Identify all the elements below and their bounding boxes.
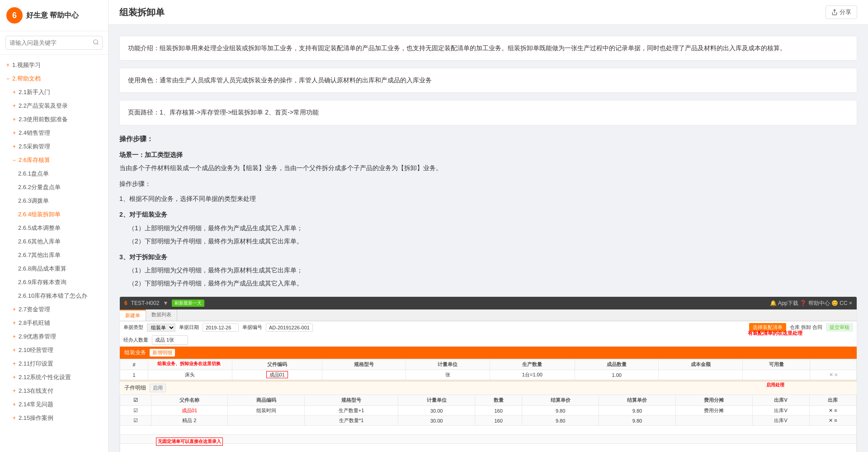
nav-item-label: 2.9优惠券管理 (19, 333, 56, 341)
th-l-parent: 父件名称 (151, 395, 228, 406)
sidebar-item-nav-2-7[interactable]: + 2.7资金管理 (0, 303, 108, 316)
scene1-title: 场景一：加工类型选择 (119, 149, 857, 161)
prefix-icon: + (13, 89, 16, 95)
sidebar-item-nav-2-6-6[interactable]: 2.6.6其他入库单 (0, 235, 108, 248)
sidebar-item-nav-2-4[interactable]: + 2.4销售管理 (0, 126, 108, 140)
sidebar-item-nav-2-6-1[interactable]: 2.6.1盘点单 (0, 167, 108, 181)
search-input[interactable] (6, 37, 89, 49)
sidebar-item-nav-2-6-4[interactable]: 2.6.4组装拆卸单 (0, 208, 108, 221)
sidebar-item-nav-2-6-5[interactable]: 2.6.5成本调整单 (0, 221, 108, 235)
sim-header-title: 组装业务 (124, 349, 146, 357)
th-l-op: 出库 (809, 395, 856, 406)
steps-label: 操作步骤： (119, 178, 857, 190)
share-button[interactable]: 分享 (826, 5, 857, 19)
svg-point-0 (94, 40, 98, 44)
logo-area: 6 好生意 帮助中心 (0, 0, 108, 31)
sim-lower-table: ☑ 父件名称 商品编码 规格型号 计量单位 数量 结算单价 结算单价 费用分摊 … (120, 395, 857, 452)
steps-section: 操作步骤： 场景一：加工类型选择 当由多个子件材料组装成一个成品的业务为【组装】… (119, 133, 857, 290)
td-name: 床头 (148, 370, 232, 380)
screenshot-container: 6 TEST-H002 ▼ 刷新最新一天 🔔 App下载 ❓ 帮助中心 😊 CC… (119, 296, 857, 452)
prefix-icon: + (13, 320, 16, 326)
sidebar-item-nav-2-5[interactable]: + 2.5采购管理 (0, 140, 108, 153)
sidebar-item-nav-2-1[interactable]: + 2.1新手入门 (0, 86, 108, 99)
sim-icons: 🔔 App下载 ❓ 帮助中心 😊 CC × (770, 300, 852, 307)
sidebar-item-nav-2-12[interactable]: + 2.12系统个性化设置 (0, 371, 108, 384)
td-l-c1-2: 9.80 (522, 416, 599, 426)
th-spec: 规格型号 (322, 359, 406, 370)
step2-sub2: （2）下部明细为子件明细，最终作为原材料生成其它出库单。 (119, 236, 857, 247)
th-l-code: 商品编码 (228, 395, 305, 406)
sim-form-row2: 经办人数量 成品 1张 (120, 333, 857, 347)
intro-box: 功能介绍：组装拆卸单用来处理企业组装或拆卸等加工业务，支持有固定装配清单的产品加… (119, 36, 857, 61)
sidebar-item-nav-2-2[interactable]: + 2.2产品安装及登录 (0, 99, 108, 113)
td-l-code1: 组装时间 (228, 406, 305, 416)
sidebar-item-nav-2-6-8[interactable]: 2.6.8商品成本重算 (0, 262, 108, 276)
sidebar-item-nav-2-15[interactable]: + 2.15操作案例 (0, 411, 108, 425)
prefix-icon: + (13, 374, 16, 381)
step1-text: 1、根据不同的业务，选择不同单据的类型来处理 (119, 193, 857, 205)
nav-item-label: 2.5采购管理 (19, 143, 50, 151)
sidebar-item-nav-2-6[interactable]: − 2.6库存核算 (0, 153, 108, 167)
step3-text: 3、对于拆卸业务 (119, 252, 857, 263)
search-box[interactable] (5, 36, 103, 50)
sidebar-item-nav-1[interactable]: + 1.视频学习 (0, 58, 108, 72)
sidebar-item-nav-2-6-2[interactable]: 2.6.2分量盘点单 (0, 181, 108, 194)
td-actions: ✕ ≡ (810, 370, 857, 380)
td-l-check: ☑ (120, 406, 151, 416)
logo-icon: 6 (6, 7, 23, 24)
td-avail-qty (742, 370, 810, 380)
scene1-desc: 当由多个子件材料组装成一个成品的业务为【组装】业务，当由一个父件拆分成多个子产品… (119, 162, 857, 174)
nav-item-label: 2.6.6其他入库单 (18, 238, 61, 246)
th-l-cost2: 结算单价 (599, 395, 676, 406)
page-title: 组装拆卸单 (119, 6, 165, 19)
td-l-action1: ✕ ≡ (829, 408, 837, 413)
sidebar-item-nav-2-10[interactable]: + 2.10经营管理 (0, 343, 108, 357)
sim-type-select[interactable]: 组装单 (147, 324, 175, 332)
sidebar-item-nav-2-9[interactable]: + 2.9优惠券管理 (0, 330, 108, 343)
scene1-desc-text: 当由多个子件材料组装成一个成品的业务为【组装】业务，当由一个父件拆分成多个子产品… (119, 164, 442, 171)
sidebar-item-nav-2-14[interactable]: + 2.14常见问题 (0, 398, 108, 411)
prefix-icon: − (13, 157, 16, 163)
sidebar-item-nav-2-13[interactable]: + 2.13在线支付 (0, 384, 108, 398)
search-button[interactable] (89, 36, 103, 49)
td-cost-amt (659, 370, 742, 380)
search-area (0, 31, 108, 55)
prefix-icon: + (13, 415, 16, 421)
sidebar-item-nav-2-6-3[interactable]: 2.6.3调拨单 (0, 194, 108, 208)
sim-form-row1: 单据类型 组装单 单据日期 2019-12-26 单据编号 AD-2019122… (120, 321, 857, 333)
sim-qty-val: 成品 1张 (152, 335, 188, 345)
sim-label-type: 单据类型 (123, 324, 143, 331)
sidebar-item-nav-2-6-9[interactable]: 2.6.9库存账本查询 (0, 276, 108, 289)
nav-item-label: 2.4销售管理 (19, 129, 50, 137)
prefix-icon: + (13, 116, 16, 123)
th-seq: # (120, 359, 148, 370)
th-l-spec: 规格型号 (305, 395, 398, 406)
td-l-name1: 成品01 (151, 406, 228, 416)
sidebar-item-nav-2-6-10[interactable]: 2.6.10库存账本错了怎么办 (0, 289, 108, 303)
sidebar-item-nav-2-11[interactable]: + 2.11打印设置 (0, 357, 108, 371)
nav-item-label: 2.8手机旺辅 (19, 319, 50, 327)
sidebar-item-nav-2-3[interactable]: + 2.3使用前数据准备 (0, 113, 108, 126)
nav-item-label: 2.6.8商品成本重算 (18, 265, 66, 273)
nav-item-label: 2.6库存核算 (19, 156, 50, 164)
td-l-qty2: 160 (475, 416, 522, 426)
th-l-cost1: 结算单价 (522, 395, 599, 406)
nav-item-label: 2.6.4组装拆卸单 (18, 210, 61, 219)
table-row (120, 435, 857, 444)
sidebar-item-nav-2[interactable]: − 2.帮助文档 (0, 72, 108, 86)
sim-add-btn: 新增明细 (150, 349, 175, 357)
td-empty2 (120, 435, 857, 444)
sidebar-item-nav-2-6-7[interactable]: 2.6.7其他出库单 (0, 248, 108, 262)
nav-item-label: 2.6.9库存账本查询 (18, 278, 66, 286)
table-row (120, 426, 857, 435)
prefix-icon: + (6, 62, 9, 68)
prefix-icon: + (13, 306, 16, 313)
sim-upper-table-area: # 父件名称 父件编码 规格型号 计量单位 生产数量 成品数量 成本金额 可用量 (120, 359, 857, 381)
td-l-op2: ✕ ≡ (809, 416, 856, 426)
sim-upper-table: # 父件名称 父件编码 规格型号 计量单位 生产数量 成品数量 成本金额 可用量 (120, 359, 857, 380)
nav-item-label: 2.帮助文档 (12, 75, 41, 83)
prefix-icon: + (13, 103, 16, 109)
sidebar-item-nav-2-8[interactable]: + 2.8手机旺辅 (0, 316, 108, 330)
td-l-spec2: 生产数量*1 (305, 416, 398, 426)
th-cost: 成品数量 (575, 359, 659, 370)
